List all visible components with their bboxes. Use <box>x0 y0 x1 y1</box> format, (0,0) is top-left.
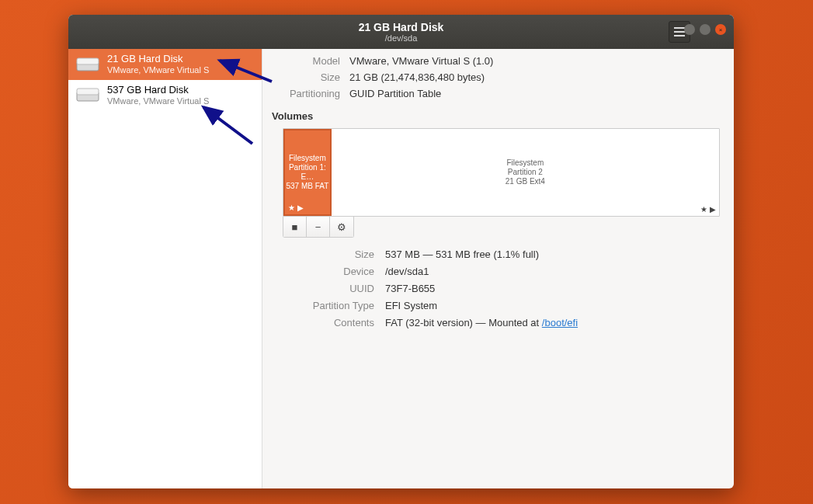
vol-line: Partition 2 <box>508 168 543 177</box>
contents-value: FAT (32-bit version) — Mounted at /boot/… <box>385 317 720 328</box>
vol-footer-icons: ★ ▶ <box>288 203 304 213</box>
more-options-button[interactable]: ⚙ <box>330 217 353 237</box>
vol-line: 21 GB Ext4 <box>506 177 545 186</box>
disk-sub: VMware, VMware Virtual S <box>107 65 209 75</box>
svg-rect-6 <box>77 89 99 95</box>
size-label: Size <box>270 71 340 83</box>
sidebar-disk-1[interactable]: 537 GB Hard Disk VMware, VMware Virtual … <box>68 80 262 111</box>
contents-label: Contents <box>281 317 374 328</box>
close-button[interactable]: × <box>715 24 726 35</box>
svg-rect-2 <box>674 35 685 36</box>
title-area: 21 GB Hard Disk /dev/sda <box>68 21 734 43</box>
maximize-button[interactable] <box>700 24 711 35</box>
vol-line: Filesystem <box>289 154 326 163</box>
disk-title: 21 GB Hard Disk <box>107 54 209 65</box>
volumes-box: Filesystem Partition 1: E… 537 MB FAT ★ … <box>283 128 720 217</box>
volumes-bar: Filesystem Partition 1: E… 537 MB FAT ★ … <box>283 129 719 216</box>
window-controls: × <box>684 24 726 35</box>
svg-rect-0 <box>674 27 685 29</box>
vol-line: Partition 1: E… <box>285 163 330 182</box>
titlebar: 21 GB Hard Disk /dev/sda × <box>68 15 734 49</box>
disks-window: 21 GB Hard Disk /dev/sda × 21 GB Hard Di… <box>68 15 734 488</box>
window-body: 21 GB Hard Disk VMware, VMware Virtual S… <box>68 49 734 488</box>
mount-link[interactable]: /boot/efi <box>542 317 578 328</box>
sidebar-disk-0[interactable]: 21 GB Hard Disk VMware, VMware Virtual S <box>68 49 262 80</box>
psize-value: 537 MB — 531 MB free (1.1% full) <box>385 249 720 260</box>
content-pane: Model VMware, VMware Virtual S (1.0) Siz… <box>262 49 734 488</box>
disk-text: 537 GB Hard Disk VMware, VMware Virtual … <box>107 85 209 106</box>
minimize-button[interactable] <box>684 24 695 35</box>
partitioning-value: GUID Partition Table <box>349 88 720 99</box>
harddisk-icon <box>76 57 99 72</box>
uuid-value: 73F7-B655 <box>385 283 720 294</box>
volume-segment-0[interactable]: Filesystem Partition 1: E… 537 MB FAT ★ … <box>283 129 332 216</box>
disk-sidebar: 21 GB Hard Disk VMware, VMware Virtual S… <box>68 49 262 488</box>
svg-rect-4 <box>77 58 99 64</box>
partition-info-grid: Size 537 MB — 531 MB free (1.1% full) De… <box>281 249 720 328</box>
hamburger-icon <box>674 27 685 36</box>
vol-footer-icons: ★ ▶ <box>700 205 716 214</box>
volumes-header: Volumes <box>272 110 720 122</box>
ptype-label: Partition Type <box>281 300 374 311</box>
delete-partition-button[interactable]: − <box>307 217 330 237</box>
device-label: Device <box>281 266 374 277</box>
ptype-value: EFI System <box>385 300 720 311</box>
disk-title: 537 GB Hard Disk <box>107 85 209 96</box>
disk-info-grid: Model VMware, VMware Virtual S (1.0) Siz… <box>270 55 720 99</box>
device-value: /dev/sda1 <box>385 266 720 277</box>
volume-toolbar: ■ − ⚙ <box>283 217 354 238</box>
svg-rect-1 <box>674 31 685 33</box>
vol-line: Filesystem <box>506 158 544 168</box>
partitioning-label: Partitioning <box>270 88 340 99</box>
model-label: Model <box>270 55 340 67</box>
contents-prefix: FAT (32-bit version) — Mounted at <box>385 317 542 328</box>
psize-label: Size <box>281 249 374 260</box>
disk-sub: VMware, VMware Virtual S <box>107 96 209 106</box>
volume-segment-1[interactable]: Filesystem Partition 2 21 GB Ext4 ★ ▶ <box>332 129 719 216</box>
unmount-button[interactable]: ■ <box>283 217 307 237</box>
harddisk-icon <box>76 87 99 103</box>
uuid-label: UUID <box>281 283 374 294</box>
vol-line: 537 MB FAT <box>286 182 328 191</box>
model-value: VMware, VMware Virtual S (1.0) <box>349 55 720 67</box>
size-value: 21 GB (21,474,836,480 bytes) <box>349 71 720 83</box>
window-subtitle: /dev/sda <box>68 33 734 43</box>
window-title: 21 GB Hard Disk <box>68 21 734 33</box>
disk-text: 21 GB Hard Disk VMware, VMware Virtual S <box>107 54 209 75</box>
